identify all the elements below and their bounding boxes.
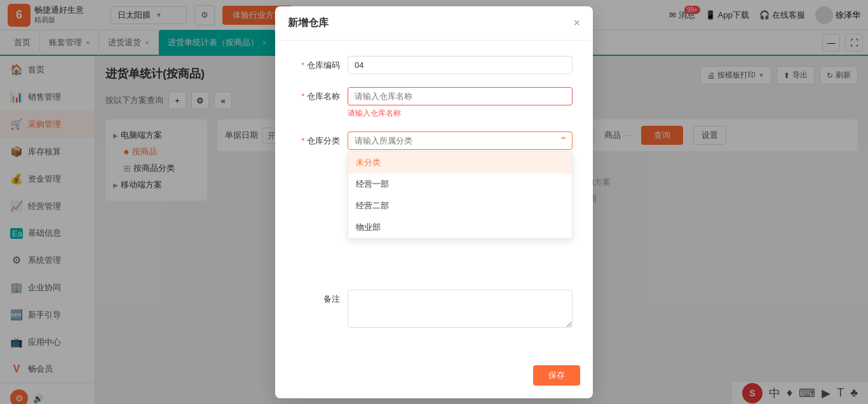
category-label: 仓库分类 <box>295 131 340 147</box>
category-input[interactable] <box>348 131 573 150</box>
category-chevron-icon[interactable]: ⌃ <box>559 135 567 147</box>
category-dropdown: 未分类 经营一部 经营二部 物业部 <box>348 151 573 239</box>
dialog-header: 新增仓库 × <box>275 6 593 41</box>
remark-field-wrap <box>348 290 573 330</box>
dialog-body: 仓库编码 仓库名称 请输入仓库名称 仓库分类 ⌃ <box>275 41 593 358</box>
dropdown-item-op1[interactable]: 经营一部 <box>348 173 572 195</box>
modal-overlay: 新增仓库 × 仓库编码 仓库名称 请输入仓库名称 仓库分类 <box>0 0 868 404</box>
category-field-wrap: ⌃ 未分类 经营一部 经营二部 物业部 <box>348 131 573 150</box>
form-row-code: 仓库编码 <box>295 56 573 74</box>
name-field-wrap: 请输入仓库名称 <box>348 87 573 119</box>
dialog-title: 新增仓库 <box>288 17 329 30</box>
dialog-footer: 保存 <box>275 358 593 398</box>
remark-input[interactable] <box>348 290 573 328</box>
form-row-name: 仓库名称 请输入仓库名称 <box>295 87 573 119</box>
save-button[interactable]: 保存 <box>533 365 580 386</box>
dropdown-item-op2[interactable]: 经营二部 <box>348 195 572 217</box>
name-label: 仓库名称 <box>295 87 340 102</box>
code-input[interactable] <box>348 56 573 74</box>
form-row-remark: 备注 <box>295 290 573 330</box>
name-input[interactable] <box>348 87 573 105</box>
dropdown-item-none[interactable]: 未分类 <box>348 152 572 173</box>
remark-label: 备注 <box>295 290 340 305</box>
dropdown-item-property[interactable]: 物业部 <box>348 217 572 238</box>
code-label: 仓库编码 <box>295 56 340 71</box>
code-field-wrap <box>348 56 573 74</box>
form-row-category: 仓库分类 ⌃ 未分类 经营一部 经营二部 物业部 <box>295 131 573 150</box>
dialog-close-button[interactable]: × <box>573 17 580 29</box>
add-warehouse-dialog: 新增仓库 × 仓库编码 仓库名称 请输入仓库名称 仓库分类 <box>275 6 593 398</box>
name-error-msg: 请输入仓库名称 <box>348 108 573 119</box>
